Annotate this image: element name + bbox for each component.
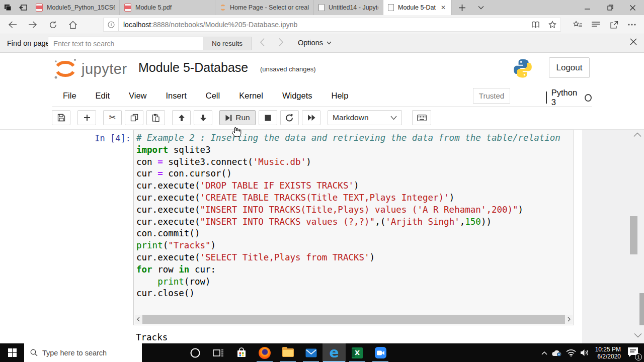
hub-favorites-button[interactable] <box>569 17 587 32</box>
run-button[interactable]: Run <box>219 110 256 125</box>
tab-preview-button[interactable] <box>16 0 31 15</box>
paste-cell-button[interactable] <box>146 110 165 125</box>
back-button[interactable] <box>4 17 21 32</box>
firefox-button[interactable] <box>253 343 276 362</box>
menu-view[interactable]: View <box>119 91 156 101</box>
tab-close-icon[interactable]: ✕ <box>440 4 447 11</box>
code-line[interactable]: cur.close() <box>136 288 574 300</box>
tray-show-hidden-button[interactable] <box>541 351 547 355</box>
restart-run-all-button[interactable] <box>302 110 320 125</box>
scroll-left-arrow[interactable] <box>135 317 142 322</box>
browser-tab[interactable]: Module 5.pdf <box>120 0 215 15</box>
trusted-button[interactable]: Trusted <box>473 88 510 104</box>
more-options-button[interactable] <box>623 17 641 32</box>
browser-tab[interactable]: Module5_Python_15CS664- <box>31 0 120 15</box>
action-center-button[interactable]: 1 <box>627 347 640 359</box>
code-area[interactable]: # Example 2 : Inserting the data and ret… <box>134 130 574 300</box>
menu-help[interactable]: Help <box>322 91 358 101</box>
cell-type-dropdown[interactable]: Markdown <box>328 110 402 125</box>
code-line[interactable]: cur.execute("INSERT INTO TRACKS values (… <box>136 216 574 228</box>
restart-kernel-button[interactable] <box>280 110 299 125</box>
menu-cell[interactable]: Cell <box>196 91 229 101</box>
window-close-button[interactable] <box>621 0 644 15</box>
taskbar-clock[interactable]: 10:25 PM 6/2/2020 <box>595 346 621 360</box>
inner-scrollbar-thumb[interactable] <box>630 216 637 254</box>
code-line[interactable]: cur.execute('DROP TABLE IF EXISTS TRACKS… <box>136 180 574 192</box>
scroll-up-arrow[interactable] <box>633 132 641 137</box>
new-tab-button[interactable] <box>452 0 472 15</box>
code-line[interactable]: con = sqlite3.connect('Music.db') <box>136 156 574 168</box>
file-explorer-button[interactable] <box>276 343 299 362</box>
code-cell[interactable]: # Example 2 : Inserting the data and ret… <box>133 130 574 325</box>
home-icon <box>68 21 77 29</box>
start-button[interactable] <box>0 343 24 362</box>
notebook-title[interactable]: Module 5-Database <box>138 60 248 75</box>
menu-widgets[interactable]: Widgets <box>273 91 322 101</box>
code-line[interactable]: for row in cur: <box>136 264 574 276</box>
window-minimize-button[interactable] <box>576 0 599 15</box>
menu-insert[interactable]: Insert <box>156 91 196 101</box>
scroll-down-arrow[interactable] <box>634 333 642 338</box>
browser-tab[interactable]: Home Page - Select or creal <box>215 0 314 15</box>
site-info-icon[interactable] <box>104 18 119 31</box>
cell-horizontal-scrollbar[interactable] <box>135 315 573 324</box>
save-button[interactable] <box>52 110 70 125</box>
code-line[interactable]: # Example 2 : Inserting the data and ret… <box>136 132 574 144</box>
scroll-right-arrow[interactable] <box>566 317 573 322</box>
reading-list-button[interactable] <box>587 17 605 32</box>
refresh-button[interactable] <box>44 17 61 32</box>
share-button[interactable] <box>605 17 623 32</box>
menu-edit[interactable]: Edit <box>86 91 119 101</box>
browser-tab[interactable]: Untitled14 - Jupyter Notebc <box>314 0 383 15</box>
zoom-button[interactable] <box>369 343 392 362</box>
reading-view-button[interactable] <box>527 18 544 31</box>
microsoft-store-button[interactable] <box>230 343 253 362</box>
move-cell-down-button[interactable] <box>194 110 212 125</box>
address-bar[interactable]: localhost:8888/notebooks/Module%205-Data… <box>103 18 561 32</box>
scrollbar-thumb[interactable] <box>142 315 565 324</box>
code-line[interactable]: cur.execute('CREATE TABLE TRACKS(Title T… <box>136 192 574 204</box>
browser-tab[interactable]: Module 5-Database - Ju✕ <box>383 0 452 15</box>
mail-button[interactable] <box>299 343 323 362</box>
menu-kernel[interactable]: Kernel <box>229 91 273 101</box>
add-cell-button[interactable] <box>77 110 96 125</box>
code-line[interactable]: con.commit() <box>136 228 574 240</box>
wifi-icon[interactable] <box>566 349 576 356</box>
move-cell-up-button[interactable] <box>172 110 191 125</box>
onedrive-icon[interactable] <box>551 349 562 356</box>
forward-button[interactable] <box>24 17 41 32</box>
code-line[interactable]: import sqlite3 <box>136 144 574 156</box>
copy-cell-button[interactable] <box>125 110 143 125</box>
interrupt-kernel-button[interactable] <box>259 110 277 125</box>
code-line[interactable]: cur = con.cursor() <box>136 168 574 180</box>
jupyter-logo[interactable]: jupyter <box>52 57 127 80</box>
code-line[interactable]: cur.execute("INSERT INTO TRACKS(Title,Pl… <box>136 204 574 216</box>
edge-button[interactable]: e <box>323 343 346 362</box>
kernel-idle-icon <box>585 94 592 102</box>
set-tabs-aside-button[interactable] <box>0 0 16 15</box>
cut-cell-button[interactable]: ✂ <box>103 110 122 125</box>
code-line[interactable]: cur.execute('SELECT Title,Plays from TRA… <box>136 252 574 264</box>
find-previous-button[interactable] <box>260 38 265 47</box>
find-next-button[interactable] <box>278 38 284 47</box>
outer-scrollbar-thumb[interactable] <box>639 293 644 325</box>
window-restore-button[interactable] <box>599 0 621 15</box>
find-input[interactable] <box>48 37 203 50</box>
taskbar-search-box[interactable]: Type here to search <box>24 343 142 362</box>
command-palette-button[interactable] <box>412 110 431 125</box>
tab-list-dropdown-button[interactable] <box>472 0 490 15</box>
task-view-button[interactable] <box>207 343 230 362</box>
find-close-button[interactable] <box>630 38 637 45</box>
pdf-icon <box>124 4 131 12</box>
add-favorite-button[interactable] <box>544 18 560 31</box>
cell-type-value: Markdown <box>333 113 369 122</box>
logout-button[interactable]: Logout <box>549 57 590 78</box>
code-line[interactable]: print("Tracks") <box>136 240 574 252</box>
code-line[interactable]: print(row) <box>136 276 574 288</box>
menu-file[interactable]: File <box>53 91 86 101</box>
volume-icon[interactable] <box>580 349 589 356</box>
find-options-button[interactable]: Options <box>298 39 332 47</box>
home-button[interactable] <box>64 17 82 32</box>
excel-button[interactable]: X <box>346 343 369 362</box>
cortana-button[interactable] <box>184 343 207 362</box>
